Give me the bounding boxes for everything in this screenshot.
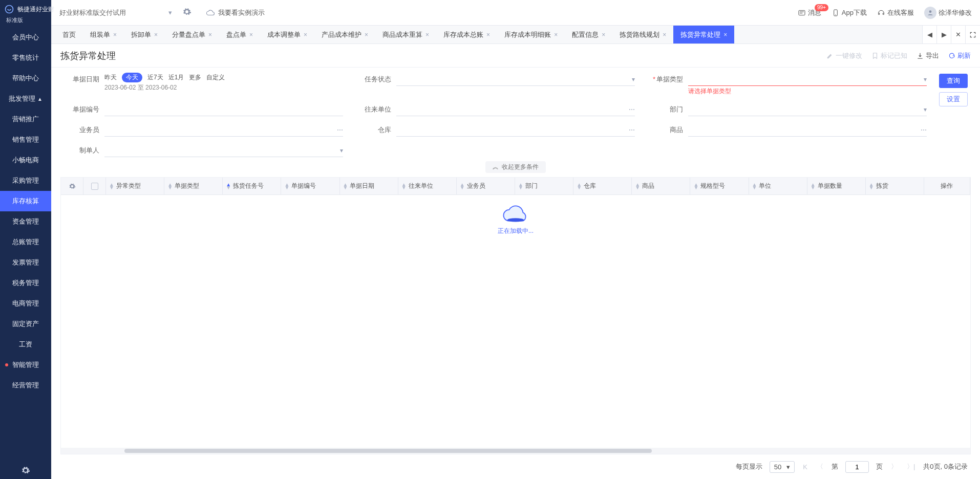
sidebar-item-2[interactable]: 帮助中心 <box>0 68 51 89</box>
tab-11[interactable]: 拣货路线规划× <box>612 26 673 43</box>
partner-select[interactable]: ⋯ <box>396 103 635 116</box>
user-menu[interactable]: 徐泽华修改 <box>924 7 972 19</box>
date-option[interactable]: 近1月 <box>168 73 184 82</box>
close-icon[interactable]: × <box>602 31 605 38</box>
tab-close-all[interactable]: ✕ <box>951 26 966 43</box>
table-column-header[interactable]: ▲▼商品 <box>632 178 690 194</box>
date-option[interactable]: 自定义 <box>206 73 225 82</box>
date-option[interactable]: 更多 <box>189 73 201 82</box>
export-button[interactable]: 导出 <box>917 51 939 60</box>
close-icon[interactable]: × <box>304 31 307 38</box>
product-selector[interactable]: 好业财标准版交付试用 ▾ <box>59 8 172 17</box>
sidebar-item-0[interactable]: 会员中心 <box>0 27 51 48</box>
date-option[interactable]: 近7天 <box>147 73 163 82</box>
page-first[interactable]: K <box>802 463 808 471</box>
sidebar-item-13[interactable]: 电商管理 <box>0 293 51 314</box>
close-icon[interactable]: × <box>723 31 727 38</box>
tab-10[interactable]: 配置信息× <box>565 26 612 43</box>
table-column-header[interactable]: ▲▼部门 <box>515 178 573 194</box>
table-column-header[interactable]: ▲▼拣货 <box>866 178 924 194</box>
sidebar-item-8[interactable]: 库存核算 <box>0 191 51 211</box>
close-icon[interactable]: × <box>154 31 158 38</box>
sidebar-item-12[interactable]: 税务管理 <box>0 273 51 293</box>
tab-2[interactable]: 拆卸单× <box>124 26 165 43</box>
scrollbar-thumb[interactable] <box>124 449 652 453</box>
date-option[interactable]: 今天 <box>122 73 142 82</box>
table-column-header[interactable]: ▲▼仓库 <box>573 178 632 194</box>
table-column-header[interactable]: ▲▼异常类型 <box>106 178 164 194</box>
header-settings-button[interactable] <box>182 7 191 18</box>
table-column-header[interactable]: ▲▼单据数量 <box>807 178 866 194</box>
close-icon[interactable]: × <box>663 31 666 38</box>
page-input[interactable] <box>845 461 869 473</box>
date-option[interactable]: 昨天 <box>104 73 117 82</box>
tab-0[interactable]: 首页 <box>55 26 83 43</box>
table-column-header[interactable]: ▲▼规格型号 <box>690 178 749 194</box>
tab-9[interactable]: 库存成本明细账× <box>497 26 565 43</box>
tab-6[interactable]: 产品成本维护× <box>314 26 375 43</box>
table-column-header[interactable]: ▲▼往来单位 <box>398 178 457 194</box>
close-icon[interactable]: × <box>486 31 490 38</box>
tab-scroll-left[interactable]: ◀ <box>923 26 937 43</box>
per-page-select[interactable]: 50 ▾ <box>770 461 795 473</box>
sidebar-item-16[interactable]: 智能管理 <box>0 355 51 375</box>
sidebar-item-17[interactable]: 经营管理 <box>0 375 51 396</box>
sidebar-item-5[interactable]: 销售管理 <box>0 129 51 150</box>
select-all-checkbox[interactable] <box>83 178 106 194</box>
table-column-header[interactable]: ▲▼单位 <box>749 178 807 194</box>
table-column-header[interactable]: ▲▼拣货任务号 <box>223 178 281 194</box>
support-button[interactable]: 在线客服 <box>877 8 914 17</box>
notifications-button[interactable]: 消息 99+ <box>798 8 821 17</box>
close-icon[interactable]: × <box>113 31 117 38</box>
column-settings-button[interactable] <box>61 178 83 194</box>
page-prev[interactable]: 〈 <box>816 462 824 471</box>
table-column-header[interactable]: ▲▼单据编号 <box>281 178 339 194</box>
close-icon[interactable]: × <box>365 31 368 38</box>
demo-link[interactable]: 我要看实例演示 <box>206 8 265 17</box>
sidebar-item-11[interactable]: 发票管理 <box>0 252 51 273</box>
tab-8[interactable]: 库存成本总账× <box>436 26 497 43</box>
tab-12[interactable]: 拣货异常处理× <box>673 26 734 43</box>
sidebar-item-9[interactable]: 资金管理 <box>0 211 51 232</box>
salesman-select[interactable]: ⋯ <box>104 123 343 137</box>
close-icon[interactable]: × <box>249 31 253 38</box>
table-column-header[interactable]: ▲▼业务员 <box>457 178 515 194</box>
tab-1[interactable]: 组装单× <box>83 26 124 43</box>
table-column-header[interactable]: ▲▼单据日期 <box>340 178 398 194</box>
collapse-filters-button[interactable]: ︽ 收起更多条件 <box>485 161 546 173</box>
filter-task-status: 任务状态 ▾ <box>355 73 635 86</box>
task-status-select[interactable]: ▾ <box>396 73 635 86</box>
doc-no-input[interactable] <box>104 103 343 116</box>
sidebar-item-6[interactable]: 小畅电商 <box>0 150 51 170</box>
tab-scroll-right[interactable]: ▶ <box>937 26 951 43</box>
horizontal-scrollbar[interactable] <box>61 448 970 454</box>
tab-4[interactable]: 盘点单× <box>219 26 260 43</box>
sidebar-item-15[interactable]: 工资 <box>0 334 51 355</box>
tab-3[interactable]: 分量盘点单× <box>165 26 219 43</box>
search-button[interactable]: 查询 <box>939 74 968 88</box>
sidebar-item-3[interactable]: 批发管理▲ <box>0 89 51 109</box>
fullscreen-button[interactable] <box>966 26 980 43</box>
maker-select[interactable]: ▾ <box>104 144 343 157</box>
close-icon[interactable]: × <box>425 31 429 38</box>
sidebar-settings-button[interactable] <box>0 466 51 475</box>
table-column-header[interactable]: ▲▼单据类型 <box>164 178 223 194</box>
page-last[interactable]: 〉| <box>906 462 916 471</box>
app-download-button[interactable]: App下载 <box>832 8 867 17</box>
warehouse-select[interactable]: ⋯ <box>396 123 635 137</box>
tab-5[interactable]: 成本调整单× <box>260 26 314 43</box>
page-next[interactable]: 〉 <box>890 462 899 471</box>
tab-7[interactable]: 商品成本重算× <box>375 26 436 43</box>
department-select[interactable]: ▾ <box>688 103 927 116</box>
close-icon[interactable]: × <box>208 31 212 38</box>
product-select[interactable]: ⋯ <box>688 123 927 137</box>
sidebar-item-14[interactable]: 固定资产 <box>0 314 51 334</box>
settings-button[interactable]: 设置 <box>939 92 968 106</box>
doc-type-select[interactable]: ▾ <box>688 73 927 86</box>
sidebar-item-4[interactable]: 营销推广 <box>0 109 51 129</box>
refresh-button[interactable]: 刷新 <box>948 51 971 60</box>
close-icon[interactable]: × <box>554 31 558 38</box>
sidebar-item-1[interactable]: 零售统计 <box>0 48 51 68</box>
sidebar-item-10[interactable]: 总账管理 <box>0 232 51 252</box>
sidebar-item-7[interactable]: 采购管理 <box>0 170 51 191</box>
